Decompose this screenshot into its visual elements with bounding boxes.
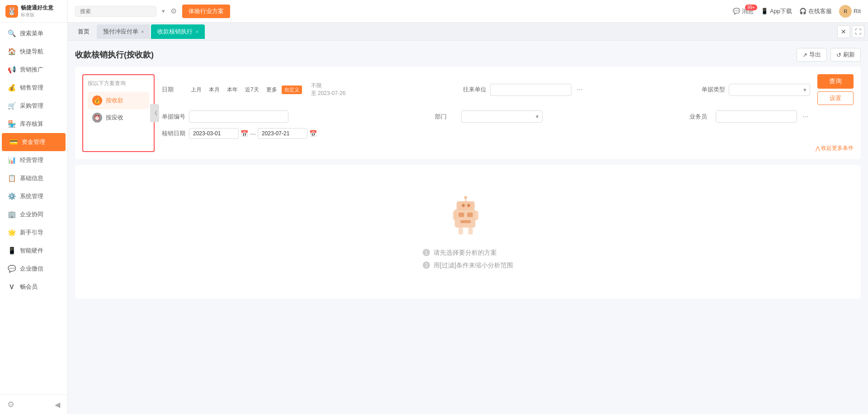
- sidebar-settings-icon[interactable]: ⚙: [7, 400, 14, 409]
- date-custom-badge[interactable]: 自定义: [282, 86, 302, 94]
- topbar: ▾ ⚙ 体验行业方案 💬 消息 99+ 📱 App下载 🎧 在线客服 R Rit: [68, 0, 868, 23]
- enterprise-icon: 🏢: [7, 210, 16, 219]
- tab-receipt-close-icon[interactable]: ×: [195, 29, 198, 34]
- sidebar-item-enterprise[interactable]: 🏢 企业协同: [0, 205, 67, 224]
- query-button[interactable]: 查询: [817, 74, 854, 89]
- service-icon: 🎧: [799, 8, 807, 14]
- verify-date-from-calendar-icon[interactable]: 📅: [241, 130, 248, 137]
- sidebar-item-finance[interactable]: 💳 资金管理: [2, 133, 66, 151]
- svg-rect-1: [458, 213, 464, 217]
- bill-no-field: 单据编号: [162, 110, 288, 123]
- tab-prepay-offset[interactable]: 预付冲应付单 ×: [97, 24, 150, 39]
- refresh-icon: ↺: [836, 52, 841, 58]
- sidebar-item-purchase[interactable]: 🛒 采购管理: [0, 97, 67, 115]
- user-avatar[interactable]: R Rit: [839, 5, 861, 18]
- verify-date-to-input[interactable]: [258, 128, 307, 139]
- settings-button[interactable]: 设置: [817, 91, 854, 105]
- page-content: 收款核销执行(按收款) ↗ 导出 ↺ 刷新 按以下方案查询 💰 按收款: [68, 41, 868, 414]
- empty-tip-2: 2 用[过滤]条件来缩小分析范围: [423, 259, 513, 271]
- verify-date-from-wrap: 📅: [189, 128, 248, 139]
- date-this-month-button[interactable]: 本月: [206, 85, 222, 95]
- page-title: 收款核销执行(按收款): [75, 49, 154, 60]
- date-more-button[interactable]: 更多: [264, 85, 280, 95]
- svg-rect-5: [475, 211, 478, 220]
- bill-type-select[interactable]: [729, 84, 810, 96]
- filter-sidebar-collapse-button[interactable]: 《: [150, 104, 159, 122]
- inventory-icon: 🏪: [7, 119, 16, 128]
- svg-point-11: [462, 205, 464, 206]
- tabs-bar: 首页 预付冲应付单 × 收款核销执行 × ✕ ⛶: [68, 23, 868, 41]
- svg-rect-4: [453, 211, 457, 220]
- tab-prepay-close-icon[interactable]: ×: [141, 29, 144, 34]
- sidebar-nav: 🔍 搜索菜单 🏠 快捷导航 📢 营销推广 💰 销售管理 🛒 采购管理 🏪 库存核…: [0, 23, 67, 395]
- employee-more-button[interactable]: ···: [801, 113, 810, 121]
- employee-field: 业务员 ···: [689, 110, 810, 123]
- empty-tips: 1 请先选择要分析的方案 2 用[过滤]条件来缩小分析范围: [423, 246, 513, 271]
- dept-select[interactable]: [461, 110, 542, 123]
- date-this-year-button[interactable]: 本年: [224, 85, 241, 95]
- tab-receipt-offset[interactable]: 收款核销执行 ×: [151, 24, 204, 39]
- date-field: 日期 上月 本月 本年 近7天 更多 自定义: [162, 85, 302, 95]
- search-icon: 🔍: [7, 29, 16, 38]
- app-icon: 📱: [761, 8, 768, 14]
- message-count-badge: 99+: [745, 5, 757, 10]
- date-unlimited-text: 不限 至 2023-07-26: [311, 82, 346, 97]
- purchase-icon: 🛒: [7, 101, 16, 110]
- tab-close-all-icon[interactable]: ✕: [837, 25, 850, 38]
- date-last-month-button[interactable]: 上月: [188, 85, 204, 95]
- collapse-more-button[interactable]: ⋀ 收起更多条件: [816, 144, 854, 152]
- app-download-button[interactable]: 📱 App下载: [761, 7, 792, 15]
- topbar-right: 💬 消息 99+ 📱 App下载 🎧 在线客服 R Rit: [733, 5, 861, 18]
- tab-home[interactable]: 首页: [71, 24, 96, 39]
- verify-date-field: 核销日期 📅 — 📅: [162, 128, 317, 139]
- message-button[interactable]: 💬 消息 99+: [733, 7, 754, 15]
- system-icon: ⚙️: [7, 192, 16, 201]
- svg-rect-3: [460, 220, 471, 224]
- refresh-button[interactable]: ↺ 刷新: [830, 48, 861, 62]
- page-actions: ↗ 导出 ↺ 刷新: [797, 48, 861, 62]
- industry-solution-button[interactable]: 体验行业方案: [182, 5, 230, 18]
- sidebar-item-marketing[interactable]: 📢 营销推广: [0, 61, 67, 79]
- filter-sidebar-title: 按以下方案查询: [88, 80, 149, 87]
- sidebar-item-sales[interactable]: 💰 销售管理: [0, 79, 67, 97]
- sidebar-item-inventory[interactable]: 🏪 库存核算: [0, 115, 67, 133]
- tab-expand-icon[interactable]: ⛶: [852, 25, 864, 38]
- filter-panel: 按以下方案查询 💰 按收款 ⏰ 按应收 《 日期: [75, 67, 861, 159]
- empty-state: 1 请先选择要分析的方案 2 用[过滤]条件来缩小分析范围: [75, 165, 861, 299]
- topbar-settings-icon[interactable]: ⚙: [170, 7, 177, 15]
- topbar-search-input[interactable]: [75, 6, 156, 17]
- sidebar-item-guide[interactable]: 🌟 新手引导: [0, 224, 67, 242]
- shortcut-icon: 🏠: [7, 47, 16, 56]
- from-unit-input[interactable]: [490, 84, 571, 96]
- sidebar-item-wechat[interactable]: 💬 企业微信: [0, 260, 67, 278]
- filter-option-by-receipt[interactable]: 💰 按收款: [88, 92, 149, 109]
- sidebar-item-operation[interactable]: 📊 经营管理: [0, 151, 67, 169]
- avatar: R: [839, 5, 852, 18]
- date-7days-button[interactable]: 近7天: [242, 85, 262, 95]
- finance-icon: 💳: [9, 138, 18, 147]
- sidebar-item-hardware[interactable]: 📱 智能硬件: [0, 242, 67, 260]
- bill-no-input[interactable]: [189, 110, 288, 123]
- online-service-button[interactable]: 🎧 在线客服: [799, 7, 832, 15]
- export-icon: ↗: [802, 52, 807, 58]
- verify-date-from-input[interactable]: [189, 128, 239, 139]
- filter-actions: 查询 设置: [817, 74, 854, 105]
- export-button[interactable]: ↗ 导出: [797, 48, 827, 62]
- sidebar-collapse-icon[interactable]: ◀: [55, 400, 60, 409]
- sidebar-item-search[interactable]: 🔍 搜索菜单: [0, 24, 67, 43]
- filter-sidebar: 按以下方案查询 💰 按收款 ⏰ 按应收 《: [82, 74, 155, 152]
- sidebar-item-basic[interactable]: 📋 基础信息: [0, 169, 67, 187]
- sidebar-item-shortcut[interactable]: 🏠 快捷导航: [0, 43, 67, 61]
- from-unit-field: 往来单位 ···: [463, 84, 585, 96]
- topbar-dropdown-icon[interactable]: ▾: [162, 8, 165, 14]
- svg-rect-6: [458, 228, 463, 234]
- verify-date-to-calendar-icon[interactable]: 📅: [309, 130, 317, 137]
- dept-field: 部门: [435, 110, 542, 123]
- sidebar-item-system[interactable]: ⚙️ 系统管理: [0, 187, 67, 205]
- verify-date-range: 📅 — 📅: [189, 128, 317, 139]
- sidebar-item-member[interactable]: V 畅会员: [0, 278, 67, 296]
- filter-option-by-receivable[interactable]: ⏰ 按应收: [88, 109, 149, 126]
- from-unit-more-button[interactable]: ···: [575, 86, 585, 94]
- hardware-icon: 📱: [7, 246, 16, 255]
- employee-input[interactable]: [716, 110, 797, 123]
